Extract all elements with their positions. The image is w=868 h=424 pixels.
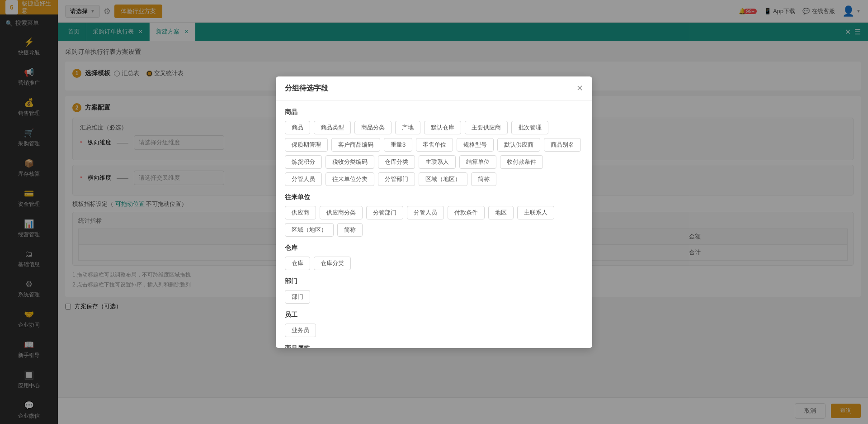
field-tag[interactable]: 主联系人 (517, 206, 554, 219)
field-tag[interactable]: 往来单位分类 (326, 172, 374, 186)
field-group-title-partner: 往来单位 (285, 193, 583, 201)
field-tag[interactable]: 商品别名 (544, 138, 581, 152)
field-group-title-employee: 员工 (285, 311, 583, 319)
field-tag[interactable]: 主联系人 (419, 155, 456, 169)
field-tag[interactable]: 供应商分类 (320, 206, 363, 219)
field-select-modal: 分组待选字段 ✕ 商品商品商品类型商品分类产地默认仓库主要供应商批次管理保质期管… (276, 76, 592, 348)
field-tag[interactable]: 商品类型 (314, 121, 351, 134)
field-tag[interactable]: 批次管理 (511, 121, 548, 134)
field-tag[interactable]: 简称 (471, 172, 496, 186)
field-tag[interactable]: 炼货积分 (285, 155, 322, 169)
field-tag[interactable]: 区域（地区） (419, 172, 467, 186)
field-tags-warehouse: 仓库仓库分类 (285, 257, 583, 270)
field-tag[interactable]: 分管人员 (407, 206, 444, 219)
field-tag[interactable]: 产地 (395, 121, 420, 134)
field-group-title-product-attr: 商品属性 (285, 344, 583, 348)
field-tag[interactable]: 分管人员 (285, 172, 322, 186)
modal-overlay[interactable]: 分组待选字段 ✕ 商品商品商品类型商品分类产地默认仓库主要供应商批次管理保质期管… (0, 0, 868, 424)
field-group-goods: 商品商品商品类型商品分类产地默认仓库主要供应商批次管理保质期管理客户商品编码重量… (285, 108, 583, 186)
modal-header: 分组待选字段 ✕ (276, 76, 592, 101)
field-tag[interactable]: 默认仓库 (424, 121, 461, 134)
field-tag[interactable]: 规格型号 (457, 138, 494, 152)
field-tag[interactable]: 部门 (285, 290, 310, 304)
field-tag[interactable]: 仓库 (285, 257, 310, 270)
field-tag[interactable]: 结算单位 (459, 155, 496, 169)
field-group-partner: 往来单位供应商供应商分类分管部门分管人员付款条件地区主联系人区域（地区）简称 (285, 193, 583, 237)
field-group-warehouse: 仓库仓库仓库分类 (285, 244, 583, 270)
field-tag[interactable]: 简称 (337, 223, 363, 237)
field-tag[interactable]: 仓库分类 (378, 155, 415, 169)
field-tag[interactable]: 分管部门 (366, 206, 403, 219)
field-group-employee: 员工业务员 (285, 311, 583, 337)
field-tag[interactable]: 默认供应商 (497, 138, 540, 152)
field-group-title-warehouse: 仓库 (285, 244, 583, 252)
field-tag[interactable]: 仓库分类 (314, 257, 351, 270)
field-tags-department: 部门 (285, 290, 583, 304)
field-tag[interactable]: 收付款条件 (500, 155, 543, 169)
field-tag[interactable]: 区域（地区） (285, 223, 334, 237)
modal-title: 分组待选字段 (285, 84, 328, 93)
field-tag[interactable]: 零售单位 (416, 138, 453, 152)
field-tag[interactable]: 商品分类 (354, 121, 392, 134)
field-group-title-goods: 商品 (285, 108, 583, 116)
field-tag[interactable]: 保质期管理 (285, 138, 328, 152)
modal-body: 商品商品商品类型商品分类产地默认仓库主要供应商批次管理保质期管理客户商品编码重量… (276, 101, 592, 348)
field-tag[interactable]: 分管部门 (378, 172, 415, 186)
field-tags-employee: 业务员 (285, 324, 583, 337)
field-group-product-attr: 商品属性属性颜色多规格尺码鞋码1 (285, 344, 583, 348)
field-tag[interactable]: 供应商 (285, 206, 316, 219)
field-tag[interactable]: 税收分类编码 (326, 155, 374, 169)
field-tag[interactable]: 业务员 (285, 324, 316, 337)
field-tag[interactable]: 商品 (285, 121, 310, 134)
field-tag[interactable]: 地区 (488, 206, 514, 219)
field-tags-partner: 供应商供应商分类分管部门分管人员付款条件地区主联系人区域（地区）简称 (285, 206, 583, 237)
field-tags-goods: 商品商品类型商品分类产地默认仓库主要供应商批次管理保质期管理客户商品编码重量3零… (285, 121, 583, 186)
field-tag[interactable]: 付款条件 (448, 206, 485, 219)
field-tag[interactable]: 主要供应商 (465, 121, 508, 134)
field-group-department: 部门部门 (285, 277, 583, 304)
field-group-title-department: 部门 (285, 277, 583, 286)
field-tag[interactable]: 客户商品编码 (331, 138, 380, 152)
modal-close-icon[interactable]: ✕ (576, 84, 583, 92)
field-tag[interactable]: 重量3 (384, 138, 412, 152)
